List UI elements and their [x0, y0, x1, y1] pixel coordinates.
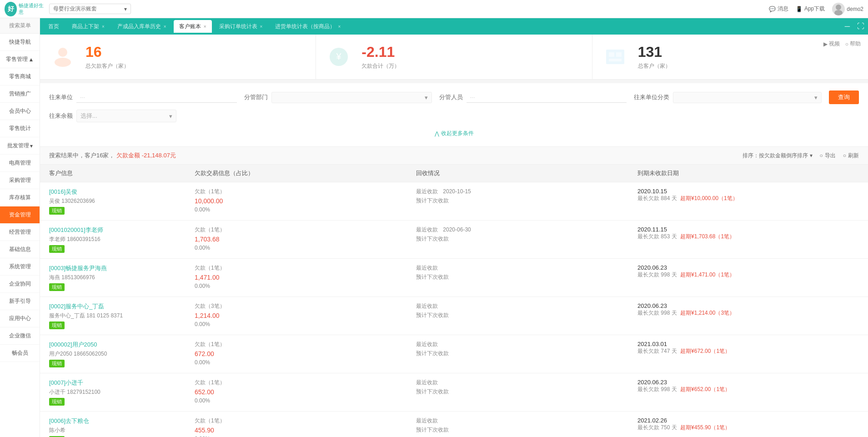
- search-button[interactable]: 查询: [829, 90, 859, 104]
- company-selector[interactable]: 母婴行业演示账套 ▾: [49, 4, 131, 14]
- tab-purchase-stats[interactable]: 采购订单统计表 ×: [214, 20, 268, 33]
- export-button[interactable]: ○ 导出: [820, 152, 836, 160]
- overdue-link-2[interactable]: 超期¥1,471.00（1笔）: [680, 271, 735, 278]
- tab-product-history[interactable]: 产成品入库单历史 ×: [112, 20, 172, 33]
- stat-card-total-customers: 131 总客户（家） ▶ 视频 ○ 帮助: [592, 35, 868, 79]
- main-content: 16 总欠款客户（家） ¥ -2.11 欠款合计（万）: [40, 35, 868, 437]
- table-row: [0006]去下粮仓 陈小希 现销 欠款（1笔） 455.90 0.00% 最近…: [40, 412, 868, 437]
- topbar-right: 💬 消息 📱 App下载 demo2: [769, 3, 863, 15]
- customer-name-2[interactable]: [0003]畅捷服务尹海燕: [49, 264, 195, 272]
- sidebar-item-quick-nav[interactable]: 快捷导航: [0, 34, 40, 51]
- tab-purchase-product[interactable]: 进货单统计表（按商品） ×: [270, 20, 346, 33]
- tab-close-account[interactable]: ×: [204, 24, 206, 29]
- chevron-down-icon: ▾: [30, 143, 33, 149]
- sidebar-item-retail-mgmt[interactable]: 零售管理 ▲: [0, 51, 40, 68]
- tab-home[interactable]: 首页: [43, 20, 65, 33]
- customer-name-1[interactable]: [0001020001]李老师: [49, 226, 195, 234]
- customer-name-3[interactable]: [0002]服务中心_丁磊: [49, 302, 195, 311]
- dept-input[interactable]: ▾: [271, 92, 432, 103]
- sidebar-item-enterprise[interactable]: 企业协同: [0, 276, 40, 293]
- sidebar-item-retail-stats[interactable]: 零售统计: [0, 120, 40, 137]
- chevron-down-icon4: ▾: [810, 152, 813, 159]
- customer-name-6[interactable]: [0006]去下粮仓: [49, 417, 195, 425]
- refresh-button[interactable]: ○ 刷新: [843, 152, 859, 160]
- message-button[interactable]: 💬 消息: [769, 5, 788, 13]
- sidebar-item-wholesale[interactable]: 批发管理 ▾: [0, 137, 40, 155]
- customer-tag-3: 现销: [49, 321, 65, 329]
- help-link[interactable]: ○ 帮助: [845, 40, 861, 48]
- collection-info-6: 最近收款 预计下次收款: [416, 417, 637, 434]
- sidebar-item-purchase[interactable]: 采购管理: [0, 172, 40, 189]
- customer-name-4[interactable]: [000002]用户2050: [49, 341, 195, 349]
- tab-close-purchase2[interactable]: ×: [338, 24, 341, 29]
- customer-contact-0: 吴俊 13026203696: [49, 197, 195, 205]
- tab-product-listing[interactable]: 商品上下架 ×: [66, 20, 110, 33]
- sidebar-item-member2[interactable]: 畅会员: [0, 345, 40, 362]
- results-info: 搜索结果中，客户16家， 欠款金额 -21,148.07元: [49, 151, 176, 160]
- filter-area: 往来单位 ··· 分管部门 ▾ 分管人员: [40, 83, 868, 146]
- customer-contact-4: 用户2050 18665062050: [49, 350, 195, 358]
- source-unit-label: 往来单位: [49, 93, 73, 101]
- due-date-info-3: 2020.06.23 最长欠款 998 天 超期¥1,214.00（3笔）: [637, 302, 859, 317]
- debt-info-3: 欠款（3笔） 1,214.00 0.00%: [195, 302, 416, 327]
- stat-card-debt-total: ¥ -2.11 欠款合计（万）: [316, 35, 592, 79]
- sidebar-item-marketing[interactable]: 营销推广: [0, 85, 40, 103]
- tab-customer-account[interactable]: 客户账本 ×: [174, 20, 212, 33]
- filter-unit-class: 往来单位分类 ▾: [634, 92, 822, 103]
- overdue-link-4[interactable]: 超期¥672.00（1笔）: [680, 348, 730, 354]
- collapse-button[interactable]: ⋀ 收起更多条件: [49, 128, 859, 139]
- app-download-button[interactable]: 📱 App下载: [796, 5, 825, 13]
- sort-select[interactable]: 排序：按欠款金额倒序排序 ▾: [743, 152, 813, 160]
- customer-tag-5: 现销: [49, 398, 65, 406]
- avatar: [832, 3, 845, 15]
- table-header: 客户信息 欠款交易信息（占比） 回收情况 到期未收款日期: [40, 165, 868, 182]
- person-input[interactable]: ···: [467, 92, 627, 103]
- source-unit-input[interactable]: ···: [76, 92, 237, 103]
- overdue-link-6[interactable]: 超期¥455.90（1笔）: [680, 424, 730, 431]
- collection-info-0: 最近收款 2020-10-15 预计下次收款: [416, 188, 637, 205]
- user-menu[interactable]: demo2: [832, 3, 863, 15]
- svg-point-3: [55, 58, 71, 67]
- sidebar-item-wechat[interactable]: 企业微信: [0, 327, 40, 345]
- overdue-link-1[interactable]: 超期¥1,703.68（1笔）: [680, 233, 735, 240]
- overdue-link-3[interactable]: 超期¥1,214.00（3笔）: [680, 310, 735, 316]
- minimize-button[interactable]: ─: [843, 21, 852, 31]
- sidebar-item-inventory[interactable]: 库存核算: [0, 189, 40, 206]
- video-link[interactable]: ▶ 视频: [823, 40, 840, 48]
- sidebar-item-system[interactable]: 系统管理: [0, 258, 40, 276]
- customer-info-6: [0006]去下粮仓 陈小希 现销: [49, 417, 195, 437]
- sidebar-item-member[interactable]: 会员中心: [0, 103, 40, 120]
- customer-name-5[interactable]: [0007]小迸千: [49, 379, 195, 387]
- chevron-icon: ▲: [29, 56, 34, 63]
- tab-close-history[interactable]: ×: [164, 24, 166, 29]
- svg-point-2: [58, 48, 67, 57]
- unit-class-label: 往来单位分类: [634, 93, 669, 101]
- tab-close-purchase[interactable]: ×: [260, 24, 263, 29]
- balance-select[interactable]: 选择... ▾: [76, 110, 176, 122]
- sidebar-item-retail-mall[interactable]: 零售商城: [0, 68, 40, 85]
- svg-rect-9: [609, 59, 622, 61]
- tab-close-product[interactable]: ×: [102, 24, 105, 29]
- table-row: [000002]用户2050 用户2050 18665062050 现销 欠款（…: [40, 335, 868, 373]
- video-icon: ▶: [823, 41, 828, 47]
- message-icon: 💬: [769, 6, 776, 12]
- sidebar-item-app-center[interactable]: 应用中心: [0, 310, 40, 327]
- overdue-link-5[interactable]: 超期¥652.00（1笔）: [680, 386, 730, 392]
- stat-content-3: 131 总客户（家）: [638, 44, 671, 70]
- customer-name-0[interactable]: [0016]吴俊: [49, 188, 195, 196]
- unit-class-input[interactable]: ▾: [673, 92, 822, 103]
- sidebar-item-ecommerce[interactable]: 电商管理: [0, 155, 40, 172]
- due-date-info-6: 2021.02.26 最长欠款 750 天 超期¥455.90（1笔）: [637, 417, 859, 432]
- filter-dept: 分管部门 ▾: [244, 92, 432, 103]
- sidebar-item-beginner[interactable]: 新手引导: [0, 293, 40, 310]
- overdue-link-0[interactable]: 超期¥10,000.00（1笔）: [680, 195, 738, 201]
- svg-text:¥: ¥: [336, 51, 342, 61]
- sidebar-item-finance[interactable]: 资金管理: [0, 206, 40, 224]
- stat-content-1: 16 总欠款客户（家）: [85, 44, 129, 70]
- maximize-button[interactable]: ⛶: [855, 21, 866, 31]
- sidebar-item-basic-info[interactable]: 基础信息: [0, 241, 40, 258]
- collapse-icon: ⋀: [435, 131, 439, 137]
- sidebar-item-operations[interactable]: 经营管理: [0, 224, 40, 241]
- sidebar-search[interactable]: 搜索菜单: [0, 18, 40, 34]
- table-row: [0001020001]李老师 李老师 18600391516 现销 欠款（1笔…: [40, 221, 868, 259]
